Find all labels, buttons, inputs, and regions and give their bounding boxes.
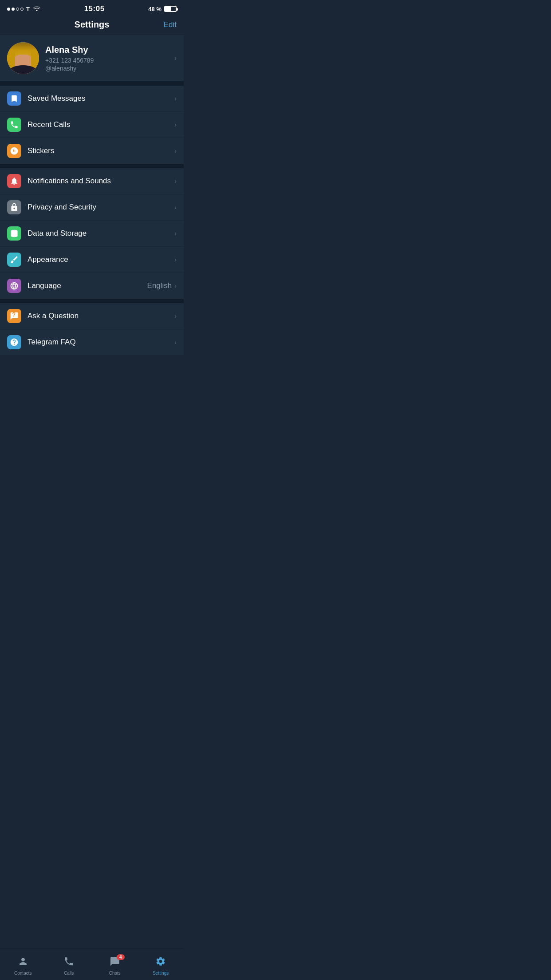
sidebar-item-saved-messages[interactable]: Saved Messages › [0, 86, 184, 112]
stickers-label: Stickers [28, 146, 174, 155]
status-left: T [7, 5, 40, 12]
status-time: 15:05 [84, 4, 105, 13]
privacy-label: Privacy and Security [28, 203, 174, 212]
signal-dot-3 [16, 8, 19, 11]
sidebar-item-ask-question[interactable]: Ask a Question › [0, 303, 184, 329]
telegram-faq-icon [7, 335, 21, 349]
svg-point-1 [12, 150, 13, 151]
appearance-icon [7, 253, 21, 267]
settings-section-2: Notifications and Sounds › Privacy and S… [0, 168, 184, 299]
profile-phone: +321 123 456789 [45, 57, 168, 64]
notifications-icon [7, 174, 21, 188]
sidebar-item-language[interactable]: Language English › [0, 273, 184, 299]
telegram-faq-chevron: › [174, 339, 177, 346]
telegram-faq-label: Telegram FAQ [28, 338, 174, 347]
status-bar: T 15:05 48 % [0, 0, 184, 16]
data-storage-chevron: › [174, 230, 177, 237]
stickers-chevron: › [174, 147, 177, 154]
svg-point-0 [15, 150, 16, 151]
notifications-label: Notifications and Sounds [28, 177, 174, 186]
avatar-body [9, 65, 37, 74]
ask-question-icon [7, 309, 21, 323]
privacy-chevron: › [174, 204, 177, 211]
divider-2 [0, 164, 184, 168]
saved-messages-icon [7, 91, 21, 106]
signal-dot-2 [12, 8, 15, 11]
carrier-label: T [26, 6, 30, 12]
battery-percent: 48 % [148, 6, 161, 12]
wifi-icon [33, 5, 40, 12]
data-storage-label: Data and Storage [28, 229, 174, 238]
sidebar-item-notifications[interactable]: Notifications and Sounds › [0, 168, 184, 194]
saved-messages-chevron: › [174, 95, 177, 102]
avatar [7, 42, 39, 74]
page-title: Settings [25, 20, 159, 30]
divider-3 [0, 299, 184, 303]
language-label: Language [28, 281, 147, 290]
sidebar-item-data-storage[interactable]: Data and Storage › [0, 221, 184, 247]
settings-section-1: Saved Messages › Recent Calls › Stickers… [0, 86, 184, 164]
language-chevron: › [174, 282, 177, 289]
appearance-chevron: › [174, 256, 177, 263]
appearance-label: Appearance [28, 255, 174, 264]
language-icon [7, 279, 21, 293]
signal-dot-1 [7, 8, 10, 11]
saved-messages-label: Saved Messages [28, 94, 174, 103]
ask-question-chevron: › [174, 312, 177, 320]
profile-username: @alenashy [45, 65, 168, 72]
content-scroll: Alena Shy +321 123 456789 @alenashy › Sa… [0, 35, 184, 387]
sidebar-item-recent-calls[interactable]: Recent Calls › [0, 112, 184, 138]
profile-name: Alena Shy [45, 45, 168, 55]
settings-section-3: Ask a Question › Telegram FAQ › [0, 303, 184, 355]
edit-button[interactable]: Edit [159, 20, 177, 29]
recent-calls-chevron: › [174, 121, 177, 128]
battery-icon [164, 6, 177, 12]
notifications-chevron: › [174, 178, 177, 185]
signal-dots [7, 8, 24, 11]
data-storage-icon [7, 226, 21, 241]
profile-chevron: › [174, 54, 177, 62]
signal-dot-4 [20, 8, 24, 11]
nav-bar: Settings Edit [0, 16, 184, 35]
sidebar-item-appearance[interactable]: Appearance › [0, 247, 184, 273]
ask-question-label: Ask a Question [28, 312, 174, 320]
battery-fill [165, 7, 171, 11]
stickers-icon [7, 144, 21, 158]
privacy-icon [7, 200, 21, 214]
divider-1 [0, 81, 184, 86]
sidebar-item-privacy[interactable]: Privacy and Security › [0, 194, 184, 221]
status-right: 48 % [148, 6, 177, 12]
recent-calls-label: Recent Calls [28, 120, 174, 129]
profile-info: Alena Shy +321 123 456789 @alenashy [45, 45, 168, 72]
sidebar-item-stickers[interactable]: Stickers › [0, 138, 184, 164]
profile-row[interactable]: Alena Shy +321 123 456789 @alenashy › [0, 35, 184, 81]
sidebar-item-telegram-faq[interactable]: Telegram FAQ › [0, 329, 184, 355]
recent-calls-icon [7, 118, 21, 132]
language-value: English [147, 281, 172, 290]
